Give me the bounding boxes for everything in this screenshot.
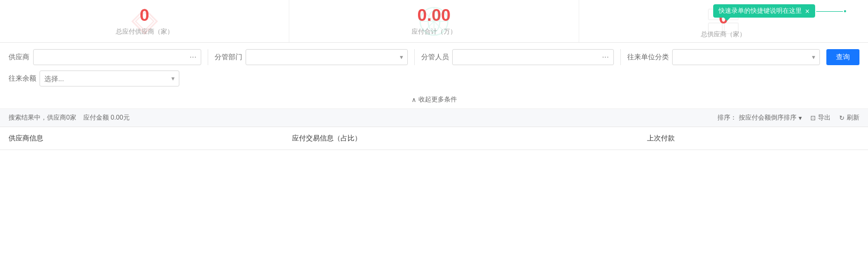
supplier-input[interactable] [38,53,190,61]
balance-chevron-icon[interactable]: ▾ [171,75,175,82]
supplier-input-wrap[interactable]: ··· [33,49,201,65]
tooltip-close-btn[interactable]: × [805,7,809,15]
empty-table-area [0,150,868,275]
divider-3 [620,49,621,65]
search-bar: 供应商 ··· 分管部门 ▾ 分管人员 ··· [0,43,868,109]
balance-field: 往来余额 ▾ [9,70,179,87]
person-field: 分管人员 ··· [421,49,614,65]
tooltip-line [816,11,845,12]
tooltip-dot [842,9,847,13]
person-dots-btn[interactable]: ··· [602,52,609,62]
refresh-label: 刷新 [847,113,859,122]
stat-total-suppliers: 快速录单的快捷键说明在这里 × 0 总供应商（家） [579,0,868,42]
unit-category-field: 往来单位分类 ▾ [627,49,820,65]
export-button[interactable]: ⊡ 导出 [810,113,831,122]
unit-category-input[interactable] [677,53,812,61]
balance-input[interactable] [44,75,171,83]
tooltip-text: 快速录单的快捷键说明在这里 [719,6,802,15]
col-transaction-header: 应付交易信息（占比） [292,133,646,143]
query-button[interactable]: 查询 [826,49,859,65]
balance-label: 往来余额 [9,74,36,83]
person-label: 分管人员 [421,52,449,62]
supplier-dots-btn[interactable]: ··· [190,52,196,62]
department-chevron-icon[interactable]: ▾ [400,53,403,61]
balance-input-wrap[interactable]: ▾ [40,70,179,87]
search-row-1: 供应商 ··· 分管部门 ▾ 分管人员 ··· [9,49,859,65]
person-input[interactable] [457,53,602,61]
collapse-bar[interactable]: ∧ 收起更多条件 [9,92,859,108]
department-input-wrap[interactable]: ▾ [246,49,407,65]
person-input-wrap[interactable]: ··· [452,49,614,65]
shortcut-tooltip: 快速录单的快捷键说明在这里 × [713,4,815,18]
diamond-icon [131,8,158,35]
export-label: 导出 [818,113,831,122]
collapse-button[interactable]: ∧ 收起更多条件 [412,95,457,104]
svg-rect-10 [708,23,722,34]
refresh-icon: ↻ [839,114,845,122]
svg-rect-11 [724,23,738,34]
unit-category-chevron-icon[interactable]: ▾ [812,53,815,61]
search-row-2: 往来余额 ▾ [9,70,179,87]
col-supplier-header: 供应商信息 [9,133,292,143]
department-field: 分管部门 ▾ [215,49,407,65]
result-actions: 排序： 按应付会额倒序排序 ▾ ⊡ 导出 ↻ 刷新 [717,113,859,122]
department-label: 分管部门 [215,52,242,62]
result-amount: 应付金额 0.00元 [83,114,130,121]
unit-category-label: 往来单位分类 [627,52,669,62]
unit-category-input-wrap[interactable]: ▾ [672,49,820,65]
col-lastpay-header: 上次付款 [647,133,860,143]
sort-chevron-icon: ▾ [799,114,802,122]
table-header: 供应商信息 应付交易信息（占比） 上次付款 [0,127,868,150]
supplier-label: 供应商 [9,52,30,62]
department-input[interactable] [250,53,399,61]
result-bar: 搜索结果中，供应商0家 应付金额 0.00元 排序： 按应付会额倒序排序 ▾ ⊡… [0,109,868,127]
divider-2 [414,49,415,65]
stats-bar: 0 总应付供应商（家） 0.00 应付合计（万） 快速录单的快捷键说明在这里 × [0,0,868,43]
result-supplier-count: 搜索结果中，供应商0家 [9,114,76,121]
stat-payable-total: 0.00 应付合计（万） [289,0,579,42]
sort-label: 排序： [717,113,737,122]
sort-value: 按应付会额倒序排序 [739,113,796,122]
sort-select[interactable]: 排序： 按应付会额倒序排序 ▾ [717,113,802,122]
refresh-button[interactable]: ↻ 刷新 [839,113,859,122]
collapse-up-icon: ∧ [412,96,416,104]
supplier-field: 供应商 ··· [9,49,201,65]
collapse-label: 收起更多条件 [419,95,457,104]
rice-icon [416,4,451,38]
export-icon: ⊡ [810,114,816,122]
stat-total-payable-suppliers: 0 总应付供应商（家） [0,0,289,42]
result-info: 搜索结果中，供应商0家 应付金额 0.00元 [9,113,130,122]
divider-1 [208,49,208,65]
